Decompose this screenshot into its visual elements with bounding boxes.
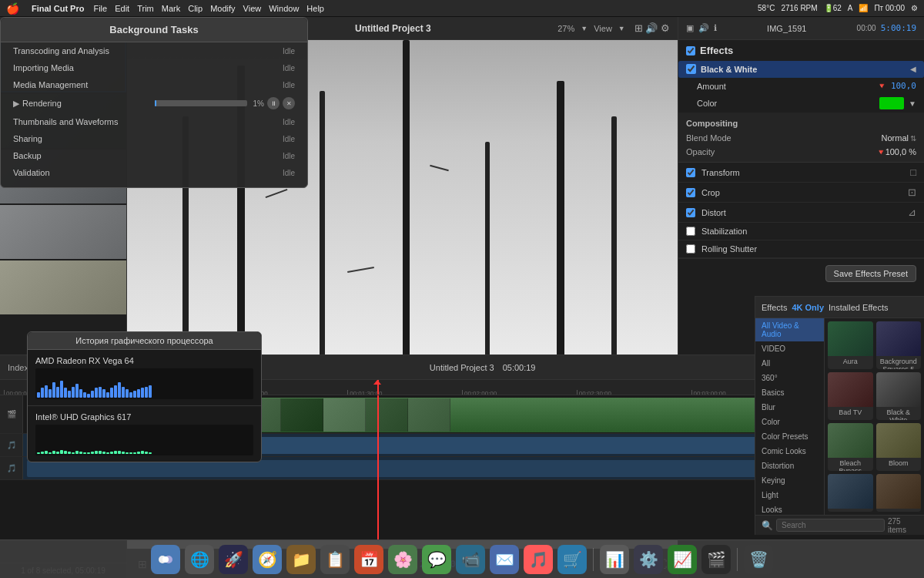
- effects-tab[interactable]: Effects: [762, 303, 787, 312]
- bw-color-expand-btn[interactable]: ▼: [909, 99, 916, 108]
- effect-card-bleach[interactable]: Bleach Bypass: [828, 423, 873, 471]
- dock-finalcut[interactable]: 🎬: [701, 545, 731, 574]
- dock-calendar[interactable]: 📅: [354, 545, 383, 574]
- dock-mail[interactable]: ✉️: [490, 545, 519, 574]
- facetime-icon: 📹: [461, 550, 480, 569]
- aura-name: Aura: [828, 356, 873, 367]
- cat-blur[interactable]: Blur: [755, 400, 824, 415]
- menu-window[interactable]: Window: [269, 4, 299, 13]
- cat-distortion[interactable]: Distortion: [755, 459, 824, 473]
- dock-appstore[interactable]: 🛒: [557, 545, 587, 574]
- effect-card-aura[interactable]: Aura: [828, 321, 873, 369]
- effect-card-7[interactable]: [828, 474, 873, 512]
- effect-card-badtv[interactable]: Bad TV: [828, 372, 873, 420]
- menu-view[interactable]: View: [243, 4, 262, 13]
- dock-music[interactable]: 🎵: [524, 545, 553, 574]
- installed-effects-tab[interactable]: Installed Effects: [829, 303, 888, 312]
- stabilization-checkbox[interactable]: [686, 227, 695, 236]
- bw-name: Black & White: [876, 407, 922, 420]
- effects-enabled-checkbox[interactable]: [686, 46, 695, 55]
- task-status-sharing: Idle: [283, 135, 295, 143]
- 4k-only-tab[interactable]: 4K Only: [792, 303, 824, 312]
- index-label[interactable]: Index: [8, 363, 28, 372]
- effect-card-bw[interactable]: Black & White: [876, 372, 922, 420]
- effect-card-bloom[interactable]: Bloom: [876, 423, 922, 471]
- gpu-bar: [126, 452, 129, 454]
- bw-expand-btn[interactable]: ◀: [910, 65, 916, 73]
- rendering-stop-btn[interactable]: ✕: [283, 97, 295, 109]
- dock-finder[interactable]: [151, 545, 180, 574]
- crop-checkbox[interactable]: [686, 188, 695, 197]
- effect-card-8[interactable]: [876, 474, 922, 512]
- cat-basics[interactable]: Basics: [755, 385, 824, 400]
- distort-checkbox[interactable]: [686, 208, 695, 217]
- audio-track-2-icon: 🎵: [7, 464, 16, 472]
- menu-clip[interactable]: Clip: [188, 4, 203, 13]
- cat-360[interactable]: 360°: [755, 371, 824, 385]
- cat-color-presets[interactable]: Color Presets: [755, 429, 824, 444]
- dock-safari[interactable]: 🧭: [253, 545, 282, 574]
- view-arrow[interactable]: ▼: [618, 25, 625, 32]
- cat-comic-looks[interactable]: Comic Looks: [755, 444, 824, 459]
- inspector-info-btn[interactable]: ℹ: [714, 23, 717, 33]
- cat-all[interactable]: All: [755, 356, 824, 371]
- menu-modify[interactable]: Modify: [210, 4, 235, 13]
- effects-grid: Aura Background Squares 5 Bad TV Black &…: [825, 318, 924, 515]
- dock-files[interactable]: 📁: [286, 545, 316, 574]
- viewer-zoom[interactable]: 27%: [557, 24, 574, 33]
- menu-edit[interactable]: Edit: [115, 4, 129, 13]
- bw-color-swatch[interactable]: [879, 97, 904, 109]
- cat-all-video-audio[interactable]: All Video & Audio: [755, 318, 824, 341]
- gpu-bar: [149, 452, 152, 454]
- effects-search-input[interactable]: [776, 519, 885, 532]
- bw-enabled-checkbox[interactable]: [686, 64, 696, 74]
- viewer-view-btn[interactable]: View: [594, 24, 612, 33]
- cat-looks[interactable]: Looks: [755, 502, 824, 515]
- mail-icon: ✉️: [495, 550, 514, 569]
- dock-siri[interactable]: 🌐: [185, 545, 214, 574]
- music-icon: 🎵: [529, 550, 548, 569]
- dock-trash[interactable]: 🗑️: [744, 545, 773, 574]
- opacity-value[interactable]: 100,0 %: [886, 147, 916, 156]
- cat-color[interactable]: Color: [755, 415, 824, 429]
- rendering-pause-btn[interactable]: ⏸: [267, 97, 280, 109]
- menu-mark[interactable]: Mark: [162, 4, 180, 13]
- gpu1-section: AMD Radeon RX Vega 64: [28, 350, 261, 406]
- cat-video[interactable]: VIDEO: [755, 341, 824, 356]
- dock-activity[interactable]: 📊: [600, 545, 629, 574]
- gpu-bar: [118, 451, 121, 454]
- gpu1-name: AMD Radeon RX Vega 64: [35, 356, 253, 365]
- cat-light[interactable]: Light: [755, 488, 824, 502]
- control-center[interactable]: ⚙: [911, 4, 918, 12]
- bw-amount-value[interactable]: 100,0: [891, 81, 916, 91]
- effect-card-bgsquares[interactable]: Background Squares 5: [876, 321, 922, 369]
- save-effects-preset-btn[interactable]: Save Effects Preset: [825, 265, 916, 282]
- transform-checkbox[interactable]: [686, 168, 695, 177]
- zoom-arrow[interactable]: ▼: [581, 25, 588, 32]
- apple-menu[interactable]: 🍎: [6, 2, 19, 15]
- blend-mode-value[interactable]: Normal: [882, 133, 909, 143]
- dock-messages[interactable]: 💬: [422, 545, 451, 574]
- blend-mode-stepper[interactable]: ⇅: [910, 134, 916, 143]
- gpu-bar: [137, 389, 140, 398]
- media-thumb-4[interactable]: [0, 205, 126, 259]
- inspector-icon-2[interactable]: 🔊: [698, 23, 709, 33]
- dock-launchpad[interactable]: 🚀: [219, 545, 248, 574]
- menu-file[interactable]: File: [93, 4, 107, 13]
- dock-notes[interactable]: 📋: [320, 545, 350, 574]
- dock-cinema4d[interactable]: ⚙️: [634, 545, 663, 574]
- distort-icon: ⊿: [908, 207, 916, 218]
- crop-icon: ⊡: [908, 187, 916, 198]
- menu-help[interactable]: Help: [306, 4, 324, 13]
- cat-keying[interactable]: Keying: [755, 473, 824, 488]
- media-thumb-5[interactable]: [0, 260, 126, 314]
- inspector-icon-1[interactable]: ▣: [686, 23, 694, 33]
- menu-trim[interactable]: Trim: [137, 4, 154, 13]
- dock-photos[interactable]: 🌸: [388, 545, 417, 574]
- dock-facetime[interactable]: 📹: [456, 545, 485, 574]
- gpu-bar: [118, 382, 121, 398]
- rolling-shutter-checkbox[interactable]: [686, 244, 695, 254]
- dock-numbers[interactable]: 📈: [668, 545, 697, 574]
- task-name-rendering: Rendering: [22, 99, 149, 108]
- opacity-arrow: 🔻: [876, 148, 886, 156]
